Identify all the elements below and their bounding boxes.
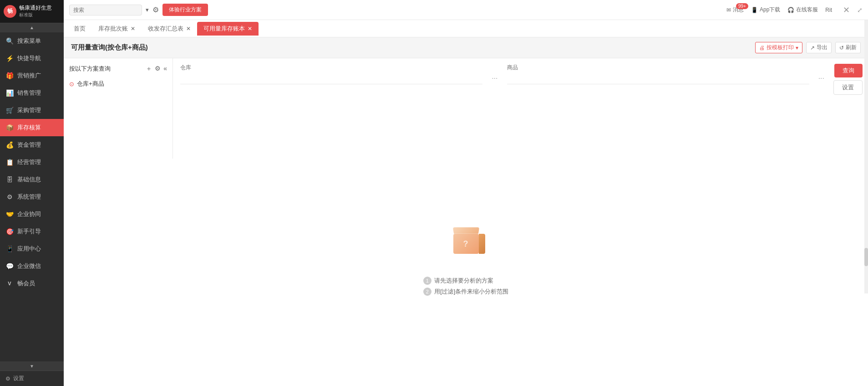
sidebar-item-finance[interactable]: 💰 资金管理 bbox=[0, 136, 64, 154]
sidebar-item-shortcut[interactable]: ⚡ 快捷导航 bbox=[0, 50, 64, 67]
tab-available-label: 可用量库存账本 bbox=[203, 25, 245, 33]
app-label: App下载 bbox=[760, 6, 780, 14]
edit-scheme-button[interactable]: ⚙ bbox=[155, 65, 161, 73]
sidebar-item-label: 库存核算 bbox=[17, 124, 41, 132]
sidebar-bottom[interactable]: ⚙ 设置 bbox=[0, 371, 64, 386]
username-label: Rit bbox=[825, 7, 832, 13]
settings-icon[interactable]: ⚙ bbox=[152, 5, 159, 14]
sidebar-scroll-down[interactable]: ▼ bbox=[0, 361, 64, 371]
box-body: ? bbox=[453, 234, 479, 254]
sidebar: 畅 畅康通好生意 标准版 ▲ 🔍 搜索菜单 ⚡ 快捷导航 🎁 营销推广 📊 销售… bbox=[0, 0, 64, 386]
app-title: 畅康通好生意 bbox=[19, 5, 52, 12]
settings-icon: ⚙ bbox=[5, 376, 10, 382]
window-close-button[interactable]: ✕ bbox=[843, 5, 850, 15]
sidebar-item-purchase[interactable]: 🛒 采购管理 bbox=[0, 102, 64, 119]
sidebar-item-search[interactable]: 🔍 搜索菜单 bbox=[0, 32, 64, 50]
dropdown-icon[interactable]: ▾ bbox=[146, 6, 149, 13]
page-actions: 🖨 按模板打印 ▾ ↗ 导出 ↺ 刷新 bbox=[755, 42, 861, 53]
mobile-icon: 📱 bbox=[751, 7, 758, 13]
scheme-panel: 按以下方案查询 ＋ ⚙ « ⊙ 仓库+商品 bbox=[64, 58, 173, 159]
filter-row: 仓库 ··· 商品 ··· bbox=[180, 64, 826, 84]
sidebar-item-wechat[interactable]: 💬 企业微信 bbox=[0, 257, 64, 275]
export-button[interactable]: ↗ 导出 bbox=[806, 42, 832, 53]
target-icon: 🎯 bbox=[5, 227, 14, 236]
hint-text-1: 请先选择要分析的方案 bbox=[434, 277, 493, 285]
tab-home[interactable]: 首页 bbox=[67, 22, 92, 36]
right-scrollbar[interactable] bbox=[864, 20, 868, 293]
gift-icon: 🎁 bbox=[5, 72, 14, 80]
tab-summary[interactable]: 收发存汇总表 ✕ bbox=[142, 22, 197, 36]
sidebar-logo: 畅 bbox=[4, 5, 16, 18]
print-button[interactable]: 🖨 按模板打印 ▾ bbox=[755, 42, 802, 53]
search-input[interactable] bbox=[69, 5, 142, 15]
sidebar-item-basic[interactable]: 🗄 基础信息 bbox=[0, 171, 64, 188]
user-button[interactable]: Rit bbox=[825, 7, 832, 13]
sidebar-item-label: 快捷导航 bbox=[17, 54, 41, 62]
sidebar-item-system[interactable]: ⚙ 系统管理 bbox=[0, 188, 64, 206]
tab-summary-close[interactable]: ✕ bbox=[186, 26, 191, 32]
tab-batch[interactable]: 库存批次账 ✕ bbox=[92, 22, 142, 36]
app-download-button[interactable]: 📱 App下载 bbox=[751, 6, 780, 14]
empty-hint: 1 请先选择要分析的方案 2 用[过滤]条件来缩小分析范围 bbox=[423, 277, 508, 296]
sidebar-item-sales[interactable]: 📊 销售管理 bbox=[0, 84, 64, 102]
tab-batch-close[interactable]: ✕ bbox=[131, 26, 135, 32]
hint-number-2: 2 bbox=[423, 288, 431, 296]
printer-icon: 🖨 bbox=[759, 45, 765, 51]
headset-icon: 🎧 bbox=[787, 7, 794, 13]
money-icon: 💰 bbox=[5, 141, 14, 149]
sidebar-item-cooperation[interactable]: 🤝 企业协同 bbox=[0, 206, 64, 223]
sidebar-item-label: 营销推广 bbox=[17, 72, 41, 80]
query-buttons: 查询 设置 bbox=[833, 58, 868, 159]
customer-service-button[interactable]: 🎧 在线客服 bbox=[787, 6, 818, 14]
filter-and-buttons: 仓库 ··· 商品 ··· 查询 设置 bbox=[173, 58, 868, 159]
add-scheme-button[interactable]: ＋ bbox=[146, 65, 152, 73]
filter-settings-button[interactable]: 设置 bbox=[833, 80, 863, 95]
goods-input[interactable] bbox=[507, 73, 809, 84]
scheme-item-icon: ⊙ bbox=[69, 81, 74, 87]
app-subtitle: 标准版 bbox=[19, 12, 52, 18]
tab-available-close[interactable]: ✕ bbox=[248, 26, 252, 32]
page-title: 可用量查询(按仓库+商品) bbox=[71, 43, 148, 52]
sidebar-item-label: 新手引导 bbox=[17, 227, 41, 236]
logo-text: 畅 bbox=[7, 7, 13, 15]
export-icon: ↗ bbox=[810, 45, 815, 51]
sidebar-item-marketing[interactable]: 🎁 营销推广 bbox=[0, 67, 64, 84]
sidebar-item-operations[interactable]: 📋 经营管理 bbox=[0, 154, 64, 171]
goods-field: 商品 bbox=[507, 64, 809, 84]
message-icon: ✉ bbox=[726, 7, 731, 13]
sidebar-item-inventory[interactable]: 📦 库存核算 bbox=[0, 119, 64, 136]
page-content: 可用量查询(按仓库+商品) 🖨 按模板打印 ▾ ↗ 导出 ↺ 刷新 bbox=[64, 37, 868, 386]
message-badge: 99+ bbox=[736, 3, 748, 9]
sidebar-item-appstore[interactable]: 📱 应用中心 bbox=[0, 240, 64, 257]
hint-number-1: 1 bbox=[423, 277, 431, 285]
refresh-button[interactable]: ↺ 刷新 bbox=[835, 42, 861, 53]
warehouse-input[interactable] bbox=[180, 73, 482, 84]
tab-available[interactable]: 可用量库存账本 ✕ bbox=[197, 22, 259, 36]
collapse-scheme-button[interactable]: « bbox=[163, 65, 167, 73]
chat-icon: 💬 bbox=[5, 262, 14, 270]
warehouse-label: 仓库 bbox=[180, 64, 482, 72]
message-button[interactable]: ✉ 消息 99+ bbox=[726, 6, 744, 14]
sidebar-item-label: 搜索菜单 bbox=[17, 37, 41, 45]
sidebar-item-guide[interactable]: 🎯 新手引导 bbox=[0, 223, 64, 240]
industry-button[interactable]: 体验行业方案 bbox=[162, 4, 208, 16]
tab-bar: 首页 库存批次账 ✕ 收发存汇总表 ✕ 可用量库存账本 ✕ bbox=[64, 20, 868, 37]
sidebar-scroll-up[interactable]: ▲ bbox=[0, 23, 64, 32]
filter-area: 仓库 ··· 商品 ··· bbox=[173, 58, 833, 159]
warehouse-more-button[interactable]: ··· bbox=[490, 72, 499, 84]
export-label: 导出 bbox=[817, 44, 827, 51]
window-expand-button[interactable]: ⤢ bbox=[857, 6, 863, 14]
query-button[interactable]: 查询 bbox=[834, 64, 863, 77]
sidebar-nav: 🔍 搜索菜单 ⚡ 快捷导航 🎁 营销推广 📊 销售管理 🛒 采购管理 📦 库存核… bbox=[0, 32, 64, 361]
scheme-item-warehouse-goods[interactable]: ⊙ 仓库+商品 bbox=[64, 77, 173, 91]
sidebar-header: 畅 畅康通好生意 标准版 bbox=[0, 0, 64, 23]
warehouse-field: 仓库 bbox=[180, 64, 482, 84]
chart-icon: 📊 bbox=[5, 89, 14, 97]
print-dropdown-icon[interactable]: ▾ bbox=[796, 45, 798, 51]
sidebar-item-member[interactable]: V 畅会员 bbox=[0, 275, 64, 292]
goods-more-button[interactable]: ··· bbox=[817, 72, 826, 84]
inventory-icon: 📦 bbox=[5, 124, 14, 132]
cart-icon: 🛒 bbox=[5, 106, 14, 114]
scheme-panel-actions: ＋ ⚙ « bbox=[146, 65, 167, 73]
box-top bbox=[452, 227, 479, 233]
